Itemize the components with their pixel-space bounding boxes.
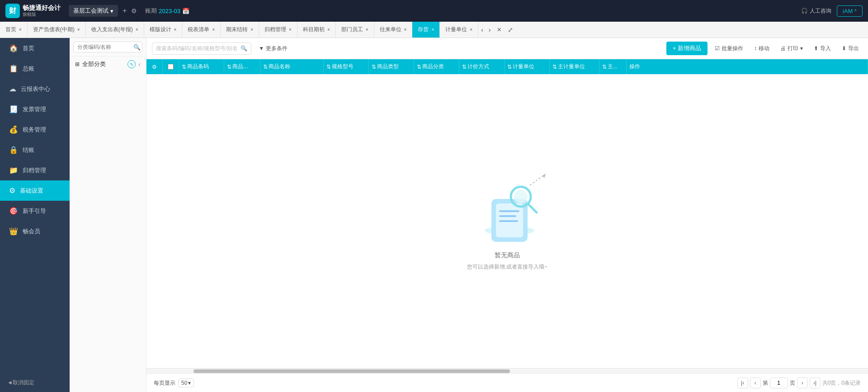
tab-archive[interactable]: 归档管理 × <box>259 22 297 38</box>
batch-icon: ☑ <box>715 45 720 52</box>
sidebar-item-invoice[interactable]: 🧾 发票管理 <box>0 99 70 119</box>
period-value: 2023-03 <box>159 8 180 14</box>
tab-home[interactable]: 首页 × <box>0 22 28 38</box>
next-page-button[interactable]: › <box>797 378 808 388</box>
sidebar-item-reports[interactable]: ☁ 云报表中心 <box>0 79 70 99</box>
settings-icon[interactable]: ⚙ <box>131 7 137 14</box>
th-unit[interactable]: ⇅ 计量单位 <box>505 59 550 74</box>
sidebar-item-member[interactable]: 👑 畅会员 <box>0 221 70 241</box>
th-type[interactable]: ⇅ 商品类型 <box>369 59 414 74</box>
th-code[interactable]: ⇅ 商品... <box>224 59 260 74</box>
th-category[interactable]: ⇅ 商品分类 <box>414 59 459 74</box>
tab-close-balance[interactable]: × <box>77 27 80 32</box>
first-page-button[interactable]: |‹ <box>737 378 748 388</box>
horizontal-scrollbar[interactable] <box>146 368 868 373</box>
tab-partners[interactable]: 往来单位 × <box>374 22 413 38</box>
sidebar-item-home[interactable]: 🏠 首页 <box>0 38 70 58</box>
tab-bar: 首页 × 资产负债表(中期) × 收入支出表(年报) × 模版设计 × 税表清单… <box>0 22 868 38</box>
last-page-button[interactable]: ›| <box>810 378 821 388</box>
category-search-input[interactable] <box>73 42 142 52</box>
empty-state: 暂无商品 您可以选择新增,或者直接导入哦~ <box>146 74 868 368</box>
tab-template[interactable]: 模版设计 × <box>144 22 183 38</box>
tab-income[interactable]: 收入支出表(年报) × <box>86 22 144 38</box>
print-button[interactable]: 🖨 打印 ▾ <box>777 43 807 54</box>
archive-icon: 📁 <box>9 166 18 175</box>
th-spec[interactable]: ⇅ 规格型号 <box>324 59 369 74</box>
tab-close-tax[interactable]: × <box>212 27 215 32</box>
grid-icon: ⊞ <box>75 61 80 67</box>
svg-marker-9 <box>542 174 546 178</box>
sidebar-item-settings[interactable]: ⚙ 基础设置 <box>0 180 70 201</box>
sidebar-item-archive[interactable]: 📁 归档管理 <box>0 160 70 180</box>
logo-text: 畅捷通好会计 <box>23 4 61 12</box>
add-product-button[interactable]: + 新增商品 <box>666 42 708 55</box>
sidebar-cancel-fixed[interactable]: ◄取消固定 <box>0 373 70 392</box>
svg-rect-5 <box>499 220 518 222</box>
import-icon: ⬆ <box>814 45 818 52</box>
tab-period-close[interactable]: 期末结转 × <box>221 22 259 38</box>
tab-balance[interactable]: 资产负债表(中期) × <box>28 22 86 38</box>
svg-line-8 <box>528 204 537 213</box>
company-selector[interactable]: 基层工会测试 ▾ <box>69 5 118 17</box>
tab-close-inventory[interactable]: × <box>431 27 434 32</box>
add-company-icon[interactable]: + <box>123 7 127 15</box>
tab-bar-close-button[interactable]: × <box>493 22 505 38</box>
table-header: ⚙ ⇅ 商品条码 ⇅ 商品... ⇅ 商品名称 <box>146 59 868 74</box>
tab-close-unit[interactable]: × <box>470 27 472 32</box>
tab-close-income[interactable]: × <box>136 27 138 32</box>
tab-close-home[interactable]: × <box>19 27 22 32</box>
move-button[interactable]: ↕ 移动 <box>750 43 773 54</box>
import-button[interactable]: ⬆ 导入 <box>810 43 835 54</box>
th-main-unit[interactable]: ⇅ 主计量单位 <box>550 59 599 74</box>
tab-close-archive[interactable]: × <box>289 27 292 32</box>
page-unit: 页 <box>790 379 795 387</box>
calendar-icon[interactable]: 📅 <box>182 8 189 14</box>
th-name[interactable]: ⇅ 商品名称 <box>260 59 324 74</box>
tab-next-button[interactable]: › <box>486 22 494 38</box>
th-main-abbr[interactable]: ⇅ 主... <box>599 59 627 74</box>
sidebar-item-close[interactable]: 🔒 结账 <box>0 140 70 160</box>
batch-operation-button[interactable]: ☑ 批量操作 <box>711 43 747 54</box>
tab-tax[interactable]: 税表清单 × <box>182 22 221 38</box>
tab-close-period[interactable]: × <box>250 27 253 32</box>
tab-expand-button[interactable]: ⤢ <box>505 22 516 38</box>
tab-close-subject[interactable]: × <box>327 27 330 32</box>
tab-close-partners[interactable]: × <box>404 27 407 32</box>
toolbar: 搜索条码/编码/名称/规格型号/别名 🔍 ▼ 更多条件 + 新增商品 ☑ 批量操… <box>146 38 868 59</box>
page-number-input[interactable] <box>770 378 788 388</box>
th-barcode[interactable]: ⇅ 商品条码 <box>179 59 224 74</box>
category-search-icon[interactable]: 🔍 <box>133 44 141 51</box>
sidebar-item-tax[interactable]: 💰 税务管理 <box>0 119 70 140</box>
tab-subject[interactable]: 科目期初 × <box>297 22 336 38</box>
export-icon: ⬇ <box>842 45 846 52</box>
scroll-thumb[interactable] <box>193 369 510 373</box>
sidebar-item-guide[interactable]: 🎯 新手引导 <box>0 201 70 221</box>
th-settings[interactable]: ⚙ <box>146 59 163 74</box>
per-page-select[interactable]: 50 ▾ <box>178 378 194 387</box>
ledger-icon: 📋 <box>9 64 18 73</box>
account-button[interactable]: iAM * <box>837 5 863 17</box>
th-checkbox[interactable] <box>163 59 179 74</box>
th-price-method[interactable]: ⇅ 计价方式 <box>459 59 505 74</box>
category-all[interactable]: ⊞ 全部分类 ✎ ‹ <box>70 57 146 72</box>
tab-inventory[interactable]: 存货 × <box>412 22 440 38</box>
horizontal-content: 🔍 ⊞ 全部分类 ✎ ‹ 搜索条码/编码/名称/规格型号/别名 🔍 <box>70 38 868 392</box>
tab-close-template[interactable]: × <box>174 27 177 32</box>
filter-button[interactable]: ▼ 更多条件 <box>255 43 291 54</box>
left-panel: 🔍 ⊞ 全部分类 ✎ ‹ <box>70 38 146 392</box>
sidebar: 🏠 首页 📋 总账 ☁ 云报表中心 🧾 发票管理 💰 税务管理 🔒 结账 📁 归… <box>0 38 70 392</box>
tab-prev-button[interactable]: ‹ <box>478 22 486 38</box>
sidebar-item-ledger[interactable]: 📋 总账 <box>0 58 70 79</box>
logo-icon: 财 <box>5 4 20 18</box>
prev-page-button[interactable]: ‹ <box>750 378 761 388</box>
tab-close-dept[interactable]: × <box>366 27 368 32</box>
collapse-icon[interactable]: ‹ <box>138 61 141 68</box>
edit-icon[interactable]: ✎ <box>127 60 136 68</box>
print-icon: 🖨 <box>780 45 786 52</box>
tab-dept[interactable]: 部门员工 × <box>336 22 374 38</box>
export-button[interactable]: ⬇ 导出 <box>838 43 863 54</box>
service-button[interactable]: 🎧 人工咨询 <box>801 7 831 15</box>
search-icon[interactable]: 🔍 <box>241 45 247 52</box>
select-all-checkbox[interactable] <box>168 64 174 70</box>
tab-unit[interactable]: 计量单位 × <box>440 22 478 38</box>
